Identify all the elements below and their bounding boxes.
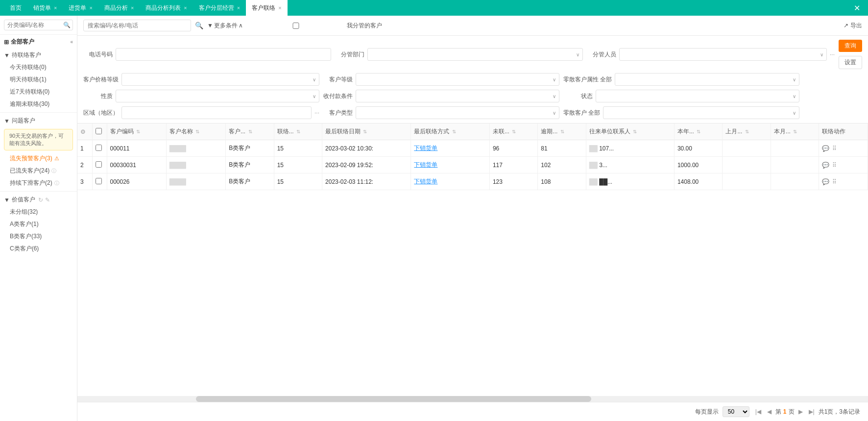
sidebar-group-pending[interactable]: ▼ 待联络客户	[0, 49, 77, 61]
filter-cust-type-select[interactable]: ∨	[356, 106, 559, 119]
filter-phone-input[interactable]	[116, 48, 331, 61]
row-checkbox[interactable]	[96, 145, 102, 151]
filter-level-select[interactable]: ∨	[356, 73, 559, 86]
row-checkbox[interactable]	[96, 161, 102, 168]
first-page-btn[interactable]: |◀	[753, 407, 763, 416]
last-method-link[interactable]: 下销货单	[414, 178, 437, 185]
last-page-btn[interactable]: ▶|	[807, 407, 817, 416]
action-chat-icon[interactable]: 💬	[822, 178, 829, 185]
sort-type[interactable]: ⇅	[248, 129, 252, 134]
all-customers-header[interactable]: ⊞ 全部客户 «	[0, 35, 77, 49]
action-more-icon[interactable]: ⠿	[832, 178, 837, 185]
filter-payment-select[interactable]: ∨	[356, 90, 559, 102]
tab-customer-contact-close[interactable]: ×	[278, 5, 281, 11]
sort-this-month[interactable]: ⇅	[793, 129, 797, 134]
filter-zero-cust-select[interactable]: ∨	[603, 106, 799, 119]
query-button[interactable]: 查询	[839, 40, 862, 52]
sidebar-item-churn-warning[interactable]: 流失预警客户(3) ⚠	[4, 152, 77, 165]
sort-this-year[interactable]: ⇅	[697, 129, 700, 134]
refresh-icon[interactable]: ↻	[38, 197, 43, 203]
sidebar-group-value[interactable]: ▼ 价值客户 ↻ ✎	[0, 194, 77, 206]
my-customers-checkbox[interactable]	[247, 23, 345, 29]
sidebar-group-problem[interactable]: ▼ 问题客户	[0, 115, 77, 127]
cell-checkbox[interactable]	[92, 173, 107, 190]
cell-checkbox[interactable]	[92, 140, 107, 157]
filter-zero-attr-select[interactable]: ∨	[615, 73, 799, 86]
tab-home[interactable]: 首页	[4, 0, 27, 16]
next-page-btn[interactable]: ▶	[796, 407, 805, 416]
my-customers-checkbox-label[interactable]: 我分管的客户	[247, 22, 382, 30]
last-method-link[interactable]: 下销货单	[414, 161, 437, 168]
sidebar-item-overdue[interactable]: 逾期未联络(30)	[4, 98, 77, 110]
action-chat-icon[interactable]: 💬	[822, 145, 829, 152]
col-checkbox[interactable]	[92, 124, 107, 140]
tab-analysis-list[interactable]: 商品分析列表 ×	[140, 0, 193, 16]
filter-dept-select[interactable]: ∨	[367, 48, 583, 61]
sidebar-item-tomorrow[interactable]: 明天待联络(1)	[4, 74, 77, 86]
per-page-select[interactable]: 50 100	[723, 406, 749, 417]
tab-customer-tier[interactable]: 客户分层经营 ×	[193, 0, 246, 16]
table-row: 3 000026 ████ B类客户 15 2023-02-03 11:12: …	[77, 173, 868, 190]
cell-last-method[interactable]: 下销货单	[411, 157, 490, 173]
sidebar-item-declining[interactable]: 持续下滑客户(2) ⓘ	[4, 177, 77, 189]
filter-nature: 性质 ∨	[83, 90, 319, 102]
col-action: 联络动作	[819, 124, 868, 140]
horizontal-scrollbar[interactable]	[77, 396, 868, 402]
sidebar-item-unassigned[interactable]: 未分组(32)	[4, 206, 77, 218]
sort-last-month[interactable]: ⇅	[745, 129, 749, 134]
filter-person-more[interactable]: ···	[830, 51, 835, 58]
sidebar-search-input[interactable]	[4, 20, 73, 30]
export-btn[interactable]: ↗ 导出	[844, 22, 862, 30]
filter-price-level-label: 客户价格等级	[83, 75, 119, 84]
sort-last-date[interactable]: ⇅	[363, 129, 367, 134]
cell-last-method[interactable]: 下销货单	[411, 173, 490, 190]
action-more-icon[interactable]: ⠿	[832, 162, 837, 169]
tab-analysis-close[interactable]: ×	[131, 5, 134, 11]
cell-checkbox[interactable]	[92, 157, 107, 173]
last-method-link[interactable]: 下销货单	[414, 145, 437, 151]
sort-code[interactable]: ⇅	[136, 129, 140, 134]
tab-analysis[interactable]: 商品分析 ×	[98, 0, 140, 16]
more-filter-btn[interactable]: ▼ 更多条件 ∧	[207, 22, 243, 30]
settings-button[interactable]: 设置	[839, 56, 862, 69]
window-close-btn[interactable]: ✕	[850, 3, 864, 13]
filter-price-level-select[interactable]: ∨	[121, 73, 319, 86]
filter-person-select[interactable]: ∨	[619, 48, 827, 61]
sort-unit[interactable]: ⇅	[633, 129, 637, 134]
sort-name[interactable]: ⇅	[195, 129, 199, 134]
sidebar-item-today[interactable]: 今天待联络(0)	[4, 61, 77, 74]
action-chat-icon[interactable]: 💬	[822, 162, 829, 169]
tab-customer-contact[interactable]: 客户联络 ×	[246, 0, 287, 16]
tab-sales-close[interactable]: ×	[54, 5, 57, 11]
collapse-btn[interactable]: «	[70, 39, 73, 45]
prev-page-btn[interactable]: ◀	[765, 407, 773, 416]
tab-customer-tier-close[interactable]: ×	[237, 5, 240, 11]
sort-last-method[interactable]: ⇅	[452, 129, 456, 134]
sidebar-item-7days[interactable]: 近7天待联络(0)	[4, 86, 77, 98]
select-all-checkbox[interactable]	[96, 128, 102, 134]
sidebar-item-lost[interactable]: 已流失客户(24) ⓘ	[4, 165, 77, 177]
tab-purchase-close[interactable]: ×	[89, 5, 92, 11]
filter-region-more[interactable]: ···	[314, 109, 319, 116]
tab-purchase[interactable]: 进货单 ×	[63, 0, 98, 16]
sort-not-contact[interactable]: ⇅	[512, 129, 516, 134]
edit-icon[interactable]: ✎	[45, 197, 50, 203]
tab-analysis-list-close[interactable]: ×	[184, 5, 187, 11]
tab-sales[interactable]: 销货单 ×	[27, 0, 63, 16]
cell-last-method[interactable]: 下销货单	[411, 140, 490, 157]
scroll-thumb[interactable]	[196, 396, 591, 402]
sidebar-item-c-class[interactable]: C类客户(6)	[4, 243, 77, 255]
main-search-input[interactable]	[83, 20, 191, 31]
main-search-btn[interactable]: 🔍	[195, 22, 203, 29]
row-checkbox[interactable]	[96, 178, 102, 184]
sidebar-item-b-class[interactable]: B类客户(33)	[4, 230, 77, 243]
lost-customer-tooltip: 90天无交易的客户，可能有流失风险。	[4, 129, 73, 150]
filter-region-input[interactable]	[121, 106, 312, 119]
sidebar-item-a-class[interactable]: A类客户(1)	[4, 218, 77, 230]
col-settings[interactable]: ⚙	[77, 124, 92, 140]
sort-overdue[interactable]: ⇅	[560, 129, 564, 134]
action-more-icon[interactable]: ⠿	[832, 145, 837, 152]
sort-contact[interactable]: ⇅	[296, 129, 300, 134]
filter-nature-select[interactable]: ∨	[116, 90, 319, 102]
filter-status-select[interactable]: ∨	[596, 90, 799, 102]
